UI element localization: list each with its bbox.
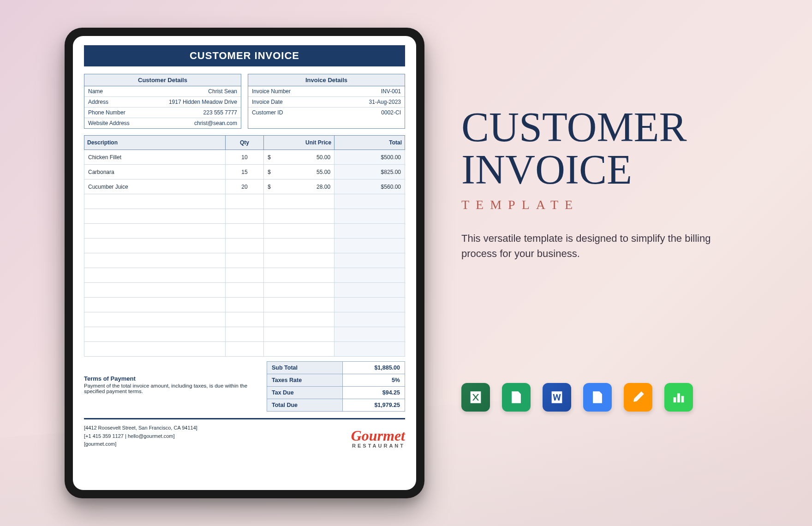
col-unit-price: Unit Price (264, 136, 334, 150)
promo-description: This versatile template is designed to s… (461, 231, 720, 261)
totals-value: $1,885.00 (343, 362, 405, 374)
footer-line: [4412 Roosevelt Street, San Francisco, C… (84, 424, 197, 432)
customer-detail-row: Website Addresschrist@sean.com (84, 118, 241, 128)
detail-value: Christ Sean (151, 88, 237, 95)
customer-detail-row: NameChrist Sean (84, 86, 241, 97)
format-icons-row (461, 383, 693, 412)
items-table: Description Qty Unit Price Total Chicken… (84, 135, 405, 357)
word-icon (543, 383, 571, 412)
document-title: CUSTOMER INVOICE (84, 45, 405, 66)
cell-qty: 10 (225, 150, 263, 165)
totals-value: $94.25 (343, 387, 405, 399)
col-total: Total (334, 136, 405, 150)
table-row-empty (84, 283, 405, 298)
table-row: Cucumber Juice20$28.00$560.00 (84, 179, 405, 194)
footer-address: [4412 Roosevelt Street, San Francisco, C… (84, 424, 197, 448)
cell-unit-price: $28.00 (264, 179, 334, 194)
customer-detail-row: Address1917 Hidden Meadow Drive (84, 97, 241, 108)
tablet-frame: CUSTOMER INVOICE Customer Details NameCh… (65, 28, 424, 498)
cell-description: Chicken Fillet (84, 150, 226, 165)
table-row-empty (84, 209, 405, 224)
customer-details-box: Customer Details NameChrist SeanAddress1… (84, 74, 241, 129)
docs-icon (583, 383, 612, 412)
brand-name: Gourmet (351, 428, 405, 443)
promo-block: CUSTOMER INVOICE TEMPLATE This versatile… (461, 106, 757, 261)
excel-icon (461, 383, 490, 412)
detail-value: 31-Aug-2023 (315, 99, 401, 105)
cell-total: $500.00 (334, 150, 405, 165)
invoice-detail-row: Invoice Date31-Aug-2023 (248, 97, 405, 108)
detail-key: Phone Number (88, 109, 151, 116)
sheets-icon (502, 383, 531, 412)
table-row-empty (84, 239, 405, 253)
cell-unit-price: $50.00 (264, 150, 334, 165)
invoice-details-box: Invoice Details Invoice NumberINV-001Inv… (248, 74, 405, 129)
terms-heading: Terms of Payment (84, 375, 257, 382)
col-description: Description (84, 136, 226, 150)
brand-block: Gourmet RESTAURANT (351, 428, 405, 448)
detail-key: Website Address (88, 120, 151, 126)
invoice-detail-row: Invoice NumberINV-001 (248, 86, 405, 97)
cell-qty: 20 (225, 179, 263, 194)
totals-value: $1,979.25 (343, 399, 405, 412)
detail-key: Customer ID (252, 109, 315, 116)
invoice-document: CUSTOMER INVOICE Customer Details NameCh… (73, 36, 416, 490)
totals-value: 5% (343, 374, 405, 387)
table-row: Carbonara15$55.00$825.00 (84, 165, 405, 179)
detail-key: Invoice Number (252, 88, 315, 95)
document-footer: [4412 Roosevelt Street, San Francisco, C… (84, 418, 405, 448)
pages-icon (624, 383, 652, 412)
detail-value: 223 555 7777 (151, 109, 237, 116)
table-row-empty (84, 194, 405, 209)
cell-unit-price: $55.00 (264, 165, 334, 179)
customer-details-heading: Customer Details (84, 74, 241, 86)
table-row-empty (84, 224, 405, 239)
promo-title-line1: CUSTOMER (461, 104, 687, 150)
cell-description: Carbonara (84, 165, 226, 179)
table-row-empty (84, 268, 405, 283)
cell-total: $560.00 (334, 179, 405, 194)
totals-label: Tax Due (267, 387, 343, 399)
cell-total: $825.00 (334, 165, 405, 179)
totals-table: Sub Total$1,885.00Taxes Rate5%Tax Due$94… (267, 361, 405, 412)
table-row-empty (84, 327, 405, 342)
table-row: Chicken Fillet10$50.00$500.00 (84, 150, 405, 165)
totals-label: Total Due (267, 399, 343, 412)
brand-subtitle: RESTAURANT (351, 443, 405, 448)
detail-key: Address (88, 99, 151, 105)
table-row-empty (84, 342, 405, 357)
detail-value: christ@sean.com (151, 120, 237, 126)
totals-row: Tax Due$94.25 (267, 387, 405, 399)
detail-value: 0002-CI (315, 109, 401, 116)
cell-description: Cucumber Juice (84, 179, 226, 194)
totals-row: Total Due$1,979.25 (267, 399, 405, 412)
table-row-empty (84, 298, 405, 312)
table-row-empty (84, 312, 405, 327)
footer-line: [gourmet.com] (84, 440, 197, 448)
totals-row: Taxes Rate5% (267, 374, 405, 387)
terms-body: Payment of the total invoice amount, inc… (84, 383, 257, 394)
totals-label: Sub Total (267, 362, 343, 374)
customer-detail-row: Phone Number223 555 7777 (84, 108, 241, 118)
detail-key: Name (88, 88, 151, 95)
totals-row: Sub Total$1,885.00 (267, 362, 405, 374)
col-qty: Qty (225, 136, 263, 150)
footer-line: [+1 415 359 1127 | hello@gourmet.com] (84, 432, 197, 441)
promo-template-label: TEMPLATE (461, 197, 757, 212)
totals-label: Taxes Rate (267, 374, 343, 387)
invoice-details-heading: Invoice Details (248, 74, 405, 86)
invoice-detail-row: Customer ID0002-CI (248, 108, 405, 118)
detail-key: Invoice Date (252, 99, 315, 105)
terms-of-payment: Terms of Payment Payment of the total in… (84, 361, 257, 412)
detail-value: 1917 Hidden Meadow Drive (151, 99, 237, 105)
detail-value: INV-001 (315, 88, 401, 95)
numbers-icon (664, 383, 693, 412)
cell-qty: 15 (225, 165, 263, 179)
table-row-empty (84, 253, 405, 268)
promo-title-line2: INVOICE (461, 147, 632, 192)
